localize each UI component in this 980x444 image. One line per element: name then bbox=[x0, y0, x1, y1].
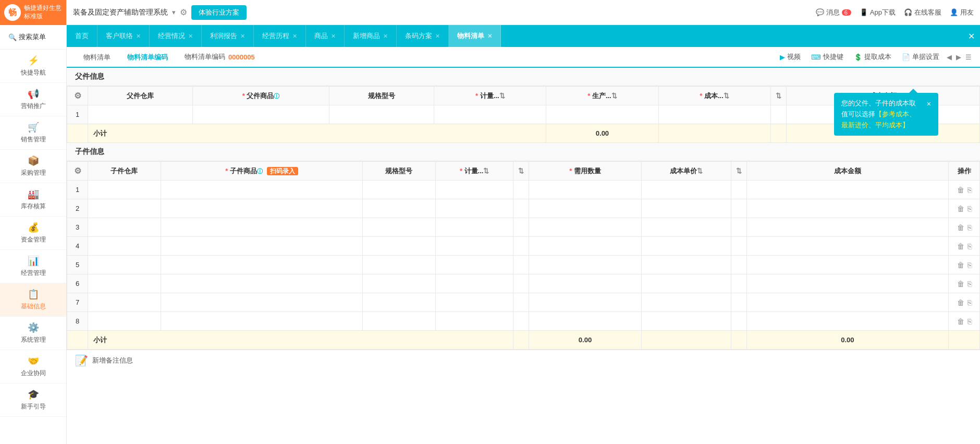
nav-tab-new-goods[interactable]: 新增商品✕ bbox=[345, 25, 397, 47]
nav-tab-barcode[interactable]: 条码方案✕ bbox=[397, 25, 449, 47]
child-row-6-spec[interactable] bbox=[363, 274, 436, 293]
child-row-8-warehouse[interactable] bbox=[88, 312, 161, 331]
child-row-1-unit-cost[interactable] bbox=[641, 181, 731, 199]
single-settings-button[interactable]: 📄 单据设置 bbox=[899, 50, 942, 64]
child-row-2-delete-icon[interactable]: 🗑 bbox=[957, 205, 964, 213]
child-row-6-warehouse[interactable] bbox=[88, 274, 161, 293]
child-row-6-copy-icon[interactable]: ⎘ bbox=[967, 280, 972, 288]
child-row-3-unit[interactable] bbox=[435, 218, 513, 237]
parent-row-1-goods[interactable] bbox=[193, 105, 329, 124]
nav-prev-icon[interactable]: ◀ bbox=[947, 53, 952, 61]
child-row-1-qty[interactable] bbox=[529, 181, 641, 199]
child-row-8-unit[interactable] bbox=[435, 312, 513, 331]
sidebar-item-purchase[interactable]: 📦采购管理 bbox=[0, 150, 66, 183]
nav-tab-close-operation-status[interactable]: ✕ bbox=[188, 33, 193, 40]
child-row-1-spec[interactable] bbox=[363, 181, 436, 199]
shortcut-button[interactable]: ⌨ 快捷键 bbox=[808, 50, 847, 64]
close-all-tabs-button[interactable]: ✕ bbox=[963, 25, 980, 47]
child-row-4-warehouse[interactable] bbox=[88, 237, 161, 256]
child-gear-icon[interactable]: ⚙ bbox=[74, 166, 81, 175]
child-row-7-unit-cost[interactable] bbox=[641, 293, 731, 312]
child-row-6-delete-icon[interactable]: 🗑 bbox=[957, 280, 964, 288]
notes-text[interactable]: 新增备注信息 bbox=[92, 356, 133, 365]
child-row-4-goods[interactable] bbox=[161, 237, 362, 256]
app-download-button[interactable]: 📱 App下载 bbox=[860, 8, 896, 17]
sidebar-search[interactable]: 🔍 搜索菜单 bbox=[0, 25, 66, 50]
nav-tab-customer[interactable]: 客户联络✕ bbox=[97, 25, 150, 47]
child-row-7-delete-icon[interactable]: 🗑 bbox=[957, 298, 964, 307]
nav-tab-close-bom[interactable]: ✕ bbox=[487, 33, 492, 40]
sub-tab-list[interactable]: 物料清单 bbox=[75, 47, 119, 68]
child-row-4-unit[interactable] bbox=[435, 237, 513, 256]
nav-tab-close-goods[interactable]: ✕ bbox=[331, 33, 336, 40]
child-row-5-warehouse[interactable] bbox=[88, 256, 161, 274]
child-row-8-goods[interactable] bbox=[161, 312, 362, 331]
sidebar-item-inventory[interactable]: 🏭库存核算 bbox=[0, 183, 66, 217]
parent-row-1-spec[interactable] bbox=[329, 105, 434, 124]
nav-tab-goods[interactable]: 商品✕ bbox=[306, 25, 345, 47]
child-row-3-delete-icon[interactable]: 🗑 bbox=[957, 223, 964, 232]
parent-row-1-warehouse[interactable] bbox=[88, 105, 193, 124]
settings-icon[interactable]: ⚙ bbox=[180, 7, 187, 17]
child-row-8-copy-icon[interactable]: ⎘ bbox=[967, 317, 972, 326]
child-row-5-delete-icon[interactable]: 🗑 bbox=[957, 261, 964, 269]
nav-tab-operation-status[interactable]: 经营情况✕ bbox=[150, 25, 202, 47]
message-button[interactable]: 💬 消息 6 bbox=[816, 8, 851, 17]
list-view-icon[interactable]: ☰ bbox=[965, 53, 972, 61]
nav-tab-close-history[interactable]: ✕ bbox=[292, 33, 297, 40]
child-row-3-warehouse[interactable] bbox=[88, 218, 161, 237]
child-row-1-copy-icon[interactable]: ⎘ bbox=[967, 186, 972, 194]
child-row-4-unit-cost[interactable] bbox=[641, 237, 731, 256]
child-row-7-warehouse[interactable] bbox=[88, 293, 161, 312]
child-row-8-qty[interactable] bbox=[529, 312, 641, 331]
child-row-6-goods[interactable] bbox=[161, 274, 362, 293]
sub-tab-detail[interactable]: 物料清单编码 bbox=[119, 47, 176, 68]
child-row-7-spec[interactable] bbox=[363, 293, 436, 312]
nav-tab-bom[interactable]: 物料清单✕ bbox=[449, 25, 501, 47]
child-row-5-spec[interactable] bbox=[363, 256, 436, 274]
tooltip-close-button[interactable]: × bbox=[927, 98, 931, 110]
child-row-3-unit-cost[interactable] bbox=[641, 218, 731, 237]
child-row-4-spec[interactable] bbox=[363, 237, 436, 256]
child-row-4-qty[interactable] bbox=[529, 237, 641, 256]
sidebar-item-system[interactable]: ⚙️系统管理 bbox=[0, 317, 66, 350]
child-row-6-unit-cost[interactable] bbox=[641, 274, 731, 293]
extract-cost-button[interactable]: 💲 提取成本 bbox=[851, 50, 895, 64]
child-row-8-delete-icon[interactable]: 🗑 bbox=[957, 317, 964, 326]
child-row-7-qty[interactable] bbox=[529, 293, 641, 312]
child-row-5-unit[interactable] bbox=[435, 256, 513, 274]
child-row-2-copy-icon[interactable]: ⎘ bbox=[967, 205, 972, 213]
child-row-5-qty[interactable] bbox=[529, 256, 641, 274]
child-row-2-warehouse[interactable] bbox=[88, 199, 161, 218]
child-row-5-unit-cost[interactable] bbox=[641, 256, 731, 274]
sidebar-item-basic[interactable]: 📋基础信息 bbox=[0, 283, 66, 317]
child-row-3-copy-icon[interactable]: ⎘ bbox=[967, 223, 972, 232]
child-row-7-copy-icon[interactable]: ⎘ bbox=[967, 298, 972, 307]
child-row-2-spec[interactable] bbox=[363, 199, 436, 218]
sidebar-item-quick-nav[interactable]: ⚡快捷导航 bbox=[0, 50, 66, 83]
nav-next-icon[interactable]: ▶ bbox=[956, 53, 961, 61]
parent-row-1-unit[interactable] bbox=[434, 105, 546, 124]
child-row-5-copy-icon[interactable]: ⎘ bbox=[967, 261, 972, 269]
child-row-3-goods[interactable] bbox=[161, 218, 362, 237]
child-row-6-qty[interactable] bbox=[529, 274, 641, 293]
nav-tab-close-customer[interactable]: ✕ bbox=[136, 33, 141, 40]
parent-row-1-prod[interactable] bbox=[546, 105, 658, 124]
child-row-1-delete-icon[interactable]: 🗑 bbox=[957, 186, 964, 194]
sidebar-item-enterprise[interactable]: 🤝企业协同 bbox=[0, 350, 66, 383]
user-avatar[interactable]: 👤 用友 bbox=[950, 8, 974, 17]
child-row-3-spec[interactable] bbox=[363, 218, 436, 237]
nav-tab-history[interactable]: 经营历程✕ bbox=[254, 25, 306, 47]
child-row-2-goods[interactable] bbox=[161, 199, 362, 218]
nav-tab-close-new-goods[interactable]: ✕ bbox=[383, 33, 388, 40]
child-row-8-unit-cost[interactable] bbox=[641, 312, 731, 331]
child-row-4-delete-icon[interactable]: 🗑 bbox=[957, 242, 964, 250]
child-row-2-qty[interactable] bbox=[529, 199, 641, 218]
nav-tab-close-profit[interactable]: ✕ bbox=[240, 33, 245, 40]
nav-tab-close-barcode[interactable]: ✕ bbox=[435, 33, 440, 40]
search-button[interactable]: 🔍 搜索菜单 bbox=[4, 29, 62, 45]
child-row-1-unit[interactable] bbox=[435, 181, 513, 199]
sidebar-item-guide[interactable]: 🎓新手引导 bbox=[0, 383, 66, 417]
trial-button[interactable]: 体验行业方案 bbox=[191, 5, 247, 20]
nav-tab-home[interactable]: 首页 bbox=[67, 25, 97, 47]
